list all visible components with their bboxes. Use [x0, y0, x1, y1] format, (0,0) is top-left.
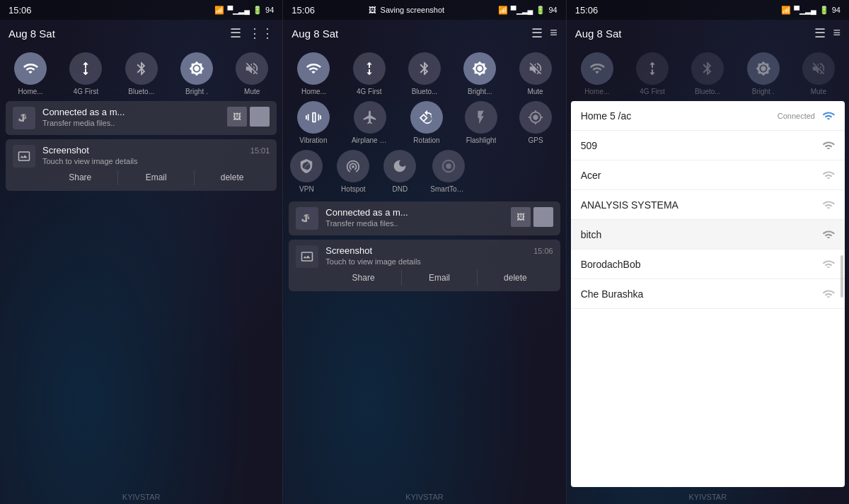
status-icons-1: 📶 ▀▁▂▄ 🔋 94 [214, 6, 274, 15]
battery-icon-status-2: 🔋 [536, 6, 545, 15]
toggle-data-circle-2 [353, 52, 386, 85]
wifi-item-509[interactable]: 509 [571, 131, 845, 160]
toggle-vibration-label-2: Vibration [299, 136, 327, 144]
thumb-img-2: 🖼 [511, 207, 531, 227]
wifi-status-home: Connected [778, 112, 815, 120]
action-delete-2[interactable]: delete [478, 270, 553, 286]
toggle-gps-label-2: GPS [529, 136, 543, 144]
wifi-scrollbar[interactable] [841, 255, 843, 298]
toggle-wifi-1[interactable]: Home... [14, 52, 47, 95]
toggle-wifi-label-1: Home... [18, 88, 43, 95]
signal-icon-status: ▀▁▂▄ [227, 6, 250, 15]
notif-usb-sub-2: Transfer media files.. [325, 219, 503, 228]
hamburger-icon-3[interactable]: ☰ [814, 25, 826, 41]
toggle-wifi-label-3: Home... [584, 88, 609, 95]
toggle-data-2[interactable]: 4G First [353, 52, 386, 95]
notif-screenshot-sub-1: Touch to view image details [42, 157, 270, 165]
toggle-mute-label-3: Mute [811, 88, 826, 95]
notif-screenshot-icon-1 [13, 145, 35, 168]
wifi-signal-che [822, 288, 835, 300]
toggle-vibration-2[interactable]: Vibration [297, 101, 330, 144]
wifi-item-acer[interactable]: Acer [571, 160, 845, 190]
toggle-hotspot-2[interactable]: Hotspot [337, 150, 369, 193]
wifi-right-borodach [822, 258, 835, 270]
toggle-bt-circle-3 [691, 52, 724, 85]
notif-screenshot-2[interactable]: Screenshot 15:06 Touch to view image det… [289, 240, 560, 291]
toggle-data-1[interactable]: 4G First [69, 52, 102, 95]
notif-screenshot-body-1: Screenshot 15:01 Touch to view image det… [42, 145, 270, 185]
wifi-item-analysis[interactable]: ANALYSIS SYSTEMA [571, 190, 845, 220]
action-share-1[interactable]: Share [42, 170, 118, 185]
toggle-bt-1[interactable]: Blueto... [125, 52, 158, 95]
notif-usb-sub-1: Transfer media files.. [42, 119, 220, 127]
wifi-signal-analysis [822, 199, 835, 211]
toggle-mute-circle-3 [802, 52, 835, 85]
grid-icon-1[interactable]: ⋮⋮ [248, 25, 274, 41]
toggle-smarttouch-2[interactable]: SmartTouch [430, 150, 467, 193]
wifi-icon-status: 📶 [214, 6, 224, 15]
date-text-3: Aug 8 Sat [575, 28, 622, 40]
toggle-mute-2[interactable]: Mute [519, 52, 552, 95]
toggle-data-3[interactable]: 4G First [636, 52, 669, 95]
toggle-airplane-2[interactable]: Airplane m... [352, 101, 388, 144]
notif-screenshot-icon-2 [296, 245, 318, 268]
toggle-bright-3[interactable]: Bright . [747, 52, 780, 95]
status-time-1: 15:06 [8, 5, 32, 16]
toggle-bright-1[interactable]: Bright . [180, 52, 213, 95]
toggle-mute-3[interactable]: Mute [802, 52, 835, 95]
list-icon-2[interactable]: ≡ [550, 25, 558, 41]
toggle-bt-circle-2 [408, 52, 441, 85]
hamburger-icon-1[interactable]: ☰ [230, 25, 241, 41]
toggle-vpn-circle-2 [290, 150, 323, 182]
notif-usb-icon-2 [296, 207, 318, 230]
notif-screenshot-body-2: Screenshot 15:06 Touch to view image det… [325, 245, 553, 286]
notif-usb-1[interactable]: Connected as a m... Transfer media files… [6, 101, 277, 135]
notif-usb-icon-1 [13, 107, 35, 129]
toggle-vpn-2[interactable]: VPN [290, 150, 323, 193]
notif-screenshot-1[interactable]: Screenshot 15:01 Touch to view image det… [6, 139, 277, 191]
toggle-wifi-2[interactable]: Home... [297, 52, 330, 95]
toggle-bt-3[interactable]: Blueto... [691, 52, 724, 95]
wifi-right-che [822, 288, 835, 300]
wifi-icon-status-3: 📶 [781, 6, 791, 15]
list-icon-3[interactable]: ≡ [833, 25, 841, 41]
wifi-item-home[interactable]: Home 5 /ac Connected [571, 101, 845, 131]
wifi-name-home: Home 5 /ac [581, 110, 632, 122]
screenshot-saving-icon: 🖼 [369, 6, 376, 14]
toggle-gps-2[interactable]: GPS [519, 101, 552, 144]
toggle-data-circle-1 [69, 52, 102, 85]
action-delete-1[interactable]: delete [195, 170, 270, 185]
hamburger-icon-2[interactable]: ☰ [531, 25, 543, 41]
toggle-rotation-2[interactable]: Rotation [410, 101, 443, 144]
wifi-item-borodach[interactable]: BorodachBob [571, 250, 845, 279]
toggle-bt-label-3: Blueto... [695, 88, 721, 95]
saving-text: Saving screenshot [381, 6, 445, 14]
action-email-1[interactable]: Email [118, 170, 194, 185]
wifi-signal-home [822, 110, 835, 122]
wifi-item-bitch[interactable]: bitch [571, 220, 845, 250]
action-share-2[interactable]: Share [325, 270, 401, 286]
toggle-dnd-circle-2 [383, 150, 416, 182]
toggle-bt-label-2: Blueto... [412, 88, 438, 95]
wifi-item-che[interactable]: Che Burashka [571, 279, 845, 309]
notif-screenshot-title-1: Screenshot [42, 145, 89, 156]
wifi-dropdown: Home 5 /ac Connected 509 Acer [571, 101, 845, 487]
wifi-name-analysis: ANALYSIS SYSTEMA [581, 199, 678, 211]
toggle-mute-label-2: Mute [527, 88, 543, 95]
wifi-signal-bitch [822, 228, 835, 240]
status-center-2: 🖼 Saving screenshot [369, 6, 445, 14]
notif-usb-2[interactable]: Connected as a m... Transfer media files… [289, 201, 560, 235]
action-email-2[interactable]: Email [402, 270, 478, 286]
toggle-flashlight-2[interactable]: Flashlight [465, 101, 497, 144]
toggle-rotation-label-2: Rotation [413, 136, 439, 144]
toggle-bright-label-2: Bright... [468, 88, 492, 95]
toggle-mute-1[interactable]: Mute [236, 52, 268, 95]
toggle-bright-2[interactable]: Bright... [463, 52, 496, 95]
toggle-data-label-2: 4G First [357, 88, 382, 95]
notifications-2: Connected as a m... Transfer media files… [283, 199, 565, 490]
toggle-wifi-3[interactable]: Home... [581, 52, 613, 95]
date-bar-1: Aug 8 Sat ☰ ⋮⋮ [0, 20, 282, 47]
toggle-dnd-2[interactable]: DND [383, 150, 416, 193]
notif-screenshot-actions-2: Share Email delete [325, 270, 553, 286]
toggle-bt-2[interactable]: Blueto... [408, 52, 441, 95]
